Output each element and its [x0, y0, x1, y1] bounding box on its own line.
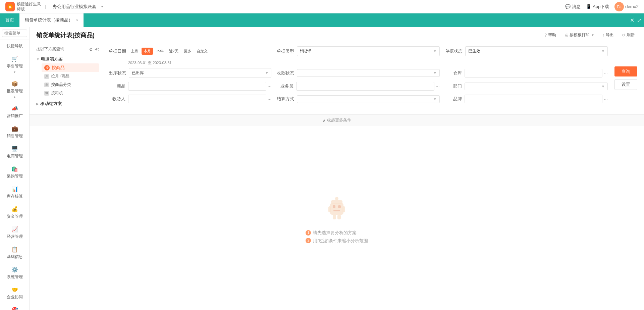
scheme-actions: + ⊙ ≪	[85, 47, 99, 52]
collapse-up-icon: ∧	[323, 118, 326, 123]
settings-button[interactable]: 设置	[614, 79, 637, 90]
refresh-icon: ↺	[622, 33, 625, 38]
date-btn-more[interactable]: 更多	[182, 48, 193, 55]
outstatus-select[interactable]: 已出库 ▼	[129, 68, 271, 78]
scheme-group-mobile-header[interactable]: ▶ 移动端方案	[36, 99, 99, 108]
avatar: Ea	[614, 2, 624, 11]
sidebar-item-wholesale[interactable]: 📦 批发管理 ▲	[0, 77, 29, 102]
filter-item-docstatus: 单据状态 已生效 ▼	[445, 46, 608, 56]
edit-scheme-icon[interactable]: ⊙	[89, 47, 93, 52]
payment-select[interactable]: ▼	[297, 69, 439, 77]
scheme-sub-item-driver[interactable]: 司 按司机	[42, 89, 99, 97]
enterprise-icon: 🤝	[11, 287, 18, 293]
date-btn-this-month[interactable]: 本月	[142, 48, 153, 55]
date-btn-custom[interactable]: 自定义	[195, 48, 210, 55]
sidebar-item-enterprise[interactable]: 🤝 企业协同	[0, 283, 29, 303]
brand-dots-icon[interactable]: ···	[604, 96, 608, 102]
collapse-bar[interactable]: ∧ 收起更多条件	[30, 114, 644, 126]
salesperson-dots-icon[interactable]: ···	[436, 84, 440, 89]
product-input[interactable]	[128, 82, 266, 91]
sidebar-item-sales[interactable]: 💼 销售管理	[0, 122, 29, 142]
date-range-text: 2023-03-01 至 2023-03-31	[128, 61, 172, 65]
filter-row-2: 出库状态 已出库 ▼ 收款状态	[109, 68, 608, 78]
brand-input[interactable]	[465, 95, 603, 103]
sidebar-item-basicinfo[interactable]: 📋 基础信息	[0, 243, 29, 263]
sidebar-item-retail[interactable]: 🛒 零售管理 ▼	[0, 52, 29, 77]
template-print-button[interactable]: 🖨 按模板打印 ▼	[561, 31, 597, 39]
tab-close-icon[interactable]: ×	[76, 18, 78, 22]
brand-label: 品牌	[445, 96, 462, 102]
product-dots-icon[interactable]: ···	[268, 84, 272, 89]
active-tab[interactable]: 销货单统计表（按商品） ×	[19, 13, 84, 27]
doctype-select[interactable]: 销货单 ▼	[297, 46, 439, 56]
query-button[interactable]: 查询	[614, 66, 637, 76]
top-bar-right: 💬 消息 📱 App下载 Ea demo2	[565, 2, 639, 11]
svg-text:畅: 畅	[9, 6, 11, 9]
phone-icon: 📱	[586, 4, 591, 9]
salesperson-input[interactable]	[296, 82, 434, 91]
docstatus-select[interactable]: 已生效 ▼	[465, 46, 608, 56]
collapse-scheme-icon[interactable]: ≪	[95, 47, 99, 52]
retail-expand-icon: ▼	[13, 70, 16, 74]
sidebar-item-guide[interactable]: 🎯 新手引导	[0, 303, 29, 310]
tip-num-1: 1	[306, 230, 311, 236]
close-all-tabs-icon[interactable]: ✕	[630, 17, 634, 23]
maximize-icon[interactable]: ⤢	[637, 17, 641, 23]
department-select[interactable]: ▼	[465, 83, 608, 90]
logo-icon: 畅	[5, 2, 15, 11]
filter-item-warehouse: 仓库 ···	[445, 69, 608, 78]
settlement-select[interactable]: ▼	[297, 95, 439, 103]
sidebar: 快捷导航 🛒 零售管理 ▼ 📦 批发管理 ▲ 📣 营销推广 💼 销售管理 🖥️ …	[0, 27, 30, 310]
date-btn-this-year[interactable]: 本年	[154, 48, 166, 55]
finance-icon: 💰	[11, 206, 18, 212]
message-button[interactable]: 💬 消息	[565, 4, 581, 10]
sidebar-item-purchase[interactable]: 🛍️ 采购管理	[0, 162, 29, 183]
warehouse-dots-icon[interactable]: ···	[604, 70, 608, 76]
home-tab[interactable]: 首页	[0, 13, 19, 27]
empty-tip-1: 1 请先选择要分析的方案	[306, 229, 368, 237]
sidebar-item-quicknav[interactable]: 快捷导航	[0, 40, 29, 52]
app-download-button[interactable]: 📱 App下载	[586, 4, 609, 10]
svg-rect-3	[333, 205, 335, 208]
date-btn-7days[interactable]: 近7天	[167, 48, 180, 55]
outstatus-control: 已出库 ▼	[129, 68, 271, 78]
export-button[interactable]: ↑ 导出	[600, 31, 616, 39]
refresh-button[interactable]: ↺ 刷新	[619, 31, 637, 39]
sidebar-item-operations[interactable]: 📈 经营管理	[0, 223, 29, 243]
sidebar-item-ecommerce[interactable]: 🖥️ 电商管理	[0, 142, 29, 162]
date-btn-last-month[interactable]: 上月	[129, 48, 140, 55]
scheme-item-by-product[interactable]: 按 按商品	[42, 63, 99, 72]
search-input[interactable]	[2, 30, 27, 37]
filter-item-payment: 收款状态 ▼	[277, 69, 439, 77]
sidebar-item-finance[interactable]: 💰 资金管理	[0, 203, 29, 223]
help-button[interactable]: ? 帮助	[542, 31, 559, 39]
add-scheme-icon[interactable]: +	[85, 47, 87, 52]
department-label: 部门	[445, 83, 462, 89]
doctype-control: 销货单 ▼	[297, 46, 439, 56]
ecommerce-icon: 🖥️	[11, 146, 18, 152]
receiver-dots-icon[interactable]: ···	[268, 96, 272, 102]
sidebar-item-marketing[interactable]: 📣 营销推广	[0, 102, 29, 122]
sidebar-item-system[interactable]: ⚙️ 系统管理	[0, 263, 29, 283]
scheme-group-desktop-header[interactable]: ▼ 电脑端方案	[36, 55, 99, 63]
filter-item-date: 单据日期 上月 本月 本年 近7天 更多 自定义	[109, 48, 271, 55]
product-control: ···	[128, 82, 271, 91]
payment-label: 收款状态	[277, 70, 294, 76]
payment-dropdown-icon: ▼	[433, 71, 437, 75]
logo-text: 畅捷通好生意 标版	[17, 2, 41, 11]
user-profile[interactable]: Ea demo2	[614, 2, 639, 11]
product-label: 商品	[109, 83, 125, 89]
app-title-dropdown-icon[interactable]: ▼	[100, 5, 104, 8]
salesperson-label: 业务员	[277, 83, 293, 89]
scheme-sub-item-product-category[interactable]: 类 按商品分类	[42, 81, 99, 89]
top-bar: 畅 畅捷通好生意 标版 | 办公用品行业模拟账套 ▼ 💬 消息 📱 App下载 …	[0, 0, 644, 13]
filter-item-product: 商品 ···	[109, 82, 271, 91]
scheme-sub-item-month-product[interactable]: 月 按月+商品	[42, 72, 99, 81]
warehouse-input[interactable]	[465, 69, 603, 78]
svg-rect-4	[338, 205, 341, 208]
sidebar-item-inventory[interactable]: 📊 库存核算	[0, 183, 29, 203]
date-control: 上月 本月 本年 近7天 更多 自定义	[129, 48, 271, 55]
receiver-input[interactable]	[128, 95, 266, 103]
warehouse-label: 仓库	[445, 70, 462, 76]
filter-item-brand: 品牌 ···	[445, 95, 608, 103]
